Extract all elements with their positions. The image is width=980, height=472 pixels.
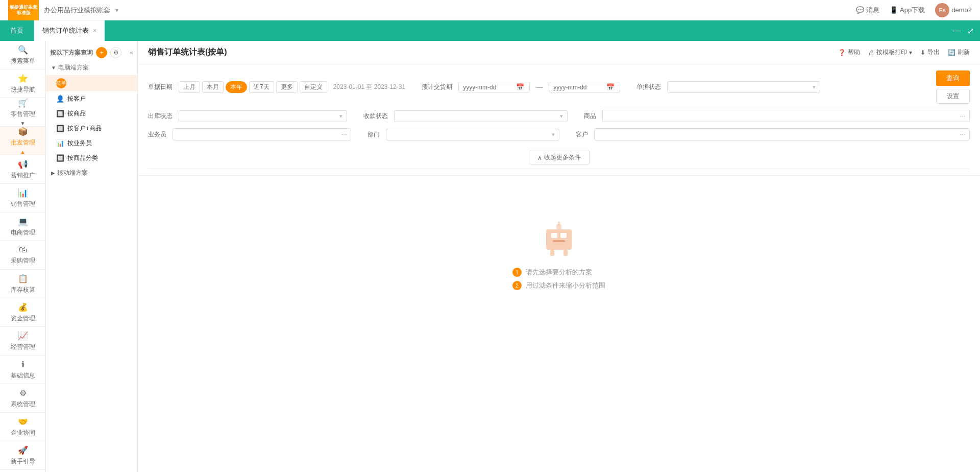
template-print-arrow-icon: ▾ [909, 49, 912, 56]
logo-text: 畅捷通好生意 [10, 5, 37, 10]
sales-icon: 📊 [18, 188, 28, 198]
customer-label: 客户 [576, 130, 588, 139]
shortcut-last-month[interactable]: 上月 [179, 81, 200, 93]
collapse-more-btn[interactable]: ∧ 收起更多条件 [529, 151, 590, 164]
scheme-by-customer-goods[interactable]: 🔲 按客户+商品 [46, 121, 137, 136]
scheme-label: 按业务员 [67, 139, 92, 148]
tab-close-icon[interactable]: × [93, 27, 96, 34]
salesperson-select[interactable]: ··· [173, 128, 351, 140]
sidebar-item-marketing[interactable]: 📢 营销推广 [0, 155, 45, 184]
salesperson-label: 业务员 [148, 130, 166, 139]
scheme-by-customer[interactable]: 👤 按客户 [46, 91, 137, 106]
empty-steps: 1 请先选择要分析的方案 2 用过滤条件来缩小分析范围 [512, 268, 605, 294]
sidebar-item-quick-nav[interactable]: ⭐ 快捷导航 [0, 69, 45, 98]
settings-btn[interactable]: 设置 [936, 89, 970, 104]
maximize-icon[interactable]: ⤢ [967, 26, 974, 36]
receipt-status-select[interactable]: ▾ [394, 110, 568, 122]
tab-home[interactable]: 首页 [0, 20, 34, 41]
scheme-label: 按商品分类 [67, 154, 98, 162]
sidebar-item-sales[interactable]: 📊 销售管理 [0, 184, 45, 213]
wholesale-arrow-icon: ▲ [20, 149, 26, 155]
ship-status-select[interactable]: ▾ [179, 110, 347, 122]
calendar-start-icon[interactable]: 📅 [516, 83, 524, 91]
ship-status-label: 出库状态 [148, 112, 173, 121]
sidebar-item-purchase[interactable]: 🛍 采购管理 [0, 241, 45, 270]
svg-rect-5 [564, 250, 568, 256]
scheme-by-category[interactable]: 🔲 按商品分类 [46, 151, 137, 166]
pc-section-label: 电脑端方案 [58, 63, 89, 72]
tab-active-label: 销售订单统计表 [42, 26, 89, 35]
settings-scheme-btn[interactable]: ⚙ [110, 47, 121, 58]
empty-svg [533, 217, 584, 257]
salesperson-ellipsis-icon[interactable]: ··· [341, 131, 347, 138]
step-2-num: 2 [512, 281, 522, 290]
step-1-num: 1 [512, 268, 522, 277]
sidebar-item-finance[interactable]: 💰 资金管理 [0, 298, 45, 327]
company-dropdown-icon[interactable]: ▾ [115, 7, 118, 14]
pc-section-header[interactable]: ▼ 电脑端方案 [46, 60, 137, 75]
sidebar-item-operations[interactable]: 📈 经营管理 [0, 327, 45, 356]
sidebar-item-retail[interactable]: 🛒 零售管理 ▼ [0, 98, 45, 127]
add-scheme-btn[interactable]: + [96, 47, 107, 58]
minimize-icon[interactable]: — [953, 26, 961, 35]
collapse-bar: ∧ 收起更多条件 [148, 147, 970, 169]
panel-toolbar: 按以下方案查询 + ⚙ « [46, 45, 137, 60]
shortcut-this-month[interactable]: 本月 [202, 81, 224, 93]
tab-sales-stats[interactable]: 销售订单统计表 × [34, 20, 105, 41]
mobile-section-arrow: ▶ [51, 170, 55, 176]
scheme-by-order[interactable]: 按单 [46, 75, 137, 91]
goods-ellipsis-icon[interactable]: ··· [960, 112, 965, 120]
help-btn[interactable]: ❓ 帮助 [838, 48, 860, 57]
expected-date-start-input[interactable] [463, 84, 514, 91]
expected-date-end[interactable]: 📅 [549, 82, 620, 92]
calendar-end-icon[interactable]: 📅 [606, 83, 615, 91]
sidebar-item-label: 系统管理 [11, 400, 35, 409]
dept-arrow-icon: ▾ [552, 131, 555, 138]
sidebar-item-apps[interactable]: 🔲 应用中心 [0, 470, 45, 472]
date-shortcuts: 上月 本月 本年 近7天 更多 自定义 [179, 81, 327, 93]
query-btn[interactable]: 查询 [936, 70, 970, 86]
sidebar-item-label: 库存核算 [11, 286, 35, 294]
doc-status-arrow-icon: ▾ [813, 84, 816, 90]
message-btn[interactable]: 💬 消息 [856, 6, 879, 15]
template-print-btn[interactable]: 🖨 按模板打印 ▾ [868, 48, 912, 57]
dept-select[interactable]: ▾ [386, 129, 559, 140]
sidebar-item-ecommerce[interactable]: 💻 电商管理 [0, 213, 45, 241]
expected-date-end-input[interactable] [553, 84, 604, 91]
sidebar-item-basic-info[interactable]: ℹ 基础信息 [0, 356, 45, 384]
shortcut-more[interactable]: 更多 [276, 81, 298, 93]
sidebar-item-search[interactable]: 🔍 搜索菜单 [0, 41, 45, 69]
app-download-btn[interactable]: 📱 App下载 [890, 6, 925, 15]
company-name: 办公用品行业模拟账套 [44, 6, 110, 15]
customer-ellipsis-icon[interactable]: ··· [960, 131, 965, 138]
refresh-btn[interactable]: 🔄 刷新 [948, 48, 970, 57]
by-customer-goods-icon: 🔲 [56, 125, 64, 132]
sidebar-item-enterprise[interactable]: 🤝 企业协同 [0, 413, 45, 441]
filter-row-2: 出库状态 ▾ 收款状态 ▾ 商品 ··· [148, 110, 970, 122]
ship-status-arrow-icon: ▾ [339, 113, 342, 120]
export-btn[interactable]: ⬇ 导出 [920, 48, 940, 57]
mobile-section-header[interactable]: ▶ 移动端方案 [46, 166, 137, 180]
enterprise-icon: 🤝 [18, 417, 28, 427]
sidebar-item-label: 基础信息 [11, 371, 35, 380]
shortcut-this-year[interactable]: 本年 [226, 81, 247, 93]
user-info[interactable]: Ea demo2 [935, 3, 972, 17]
expected-date-start[interactable]: 📅 [458, 82, 530, 92]
doc-status-select[interactable]: ▾ [667, 81, 820, 93]
sidebar-item-wholesale[interactable]: 📦 批发管理 ▲ [0, 127, 45, 155]
scheme-by-salesperson[interactable]: 📊 按业务员 [46, 136, 137, 151]
header-actions: ❓ 帮助 🖨 按模板打印 ▾ ⬇ 导出 🔄 刷新 [838, 48, 970, 57]
goods-select[interactable]: ··· [602, 110, 970, 122]
sidebar-item-label: 经营管理 [11, 343, 35, 351]
shortcut-last-7-days[interactable]: 近7天 [249, 81, 274, 93]
sidebar-item-inventory[interactable]: 📋 库存核算 [0, 270, 45, 298]
sidebar-item-system[interactable]: ⚙ 系统管理 [0, 384, 45, 413]
customer-select[interactable]: ··· [594, 128, 970, 140]
sidebar-item-label: 企业协同 [11, 429, 35, 437]
message-label: 消息 [866, 6, 879, 15]
sidebar-item-newbie[interactable]: 🚀 新手引导 [0, 441, 45, 470]
scheme-by-goods[interactable]: 🔲 按商品 [46, 106, 137, 121]
collapse-panel-btn[interactable]: « [130, 49, 133, 56]
shortcut-custom[interactable]: 自定义 [300, 81, 327, 93]
sidebar-item-label: 电商管理 [11, 228, 35, 237]
